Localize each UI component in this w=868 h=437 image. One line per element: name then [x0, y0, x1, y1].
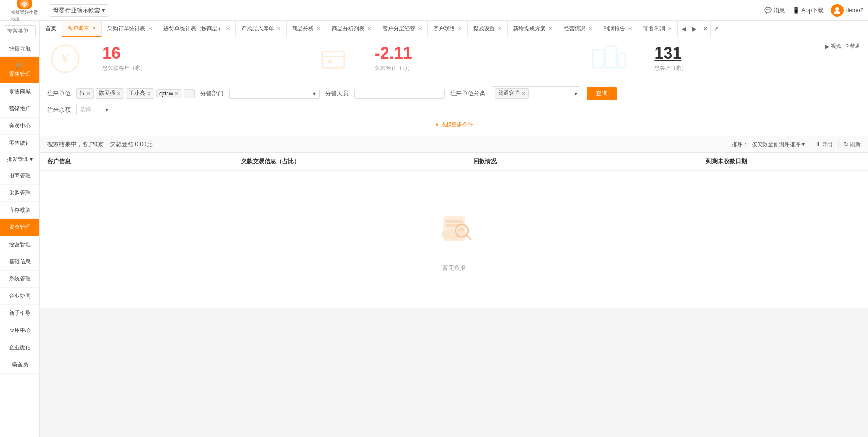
remove-unit-type-tag[interactable]: ✕ — [521, 90, 526, 97]
new-commission-label: 新增提成方案 — [513, 25, 546, 33]
remove-cjttcw-tag[interactable]: ✕ — [174, 90, 179, 97]
tab-maximize[interactable]: ⤢ — [710, 21, 721, 37]
refresh-icon: ↻ — [844, 141, 849, 147]
user-menu[interactable]: demo2 — [831, 4, 863, 17]
unit-type-select[interactable]: 普通客户 ✕ ▾ — [491, 86, 581, 100]
person-more-btn[interactable]: ... — [362, 90, 366, 97]
sidebar-item-vip[interactable]: 畅会员 — [0, 356, 39, 374]
empty-icon — [434, 207, 475, 256]
help-buttons: ▶ 视频 ? 帮助 — [825, 43, 861, 50]
sidebar-item-collab[interactable]: 企业协同 — [0, 288, 39, 305]
sort-select[interactable]: 按欠款金额倒序排序 ▾ — [752, 141, 805, 148]
amount-select[interactable]: 选择... ▾ — [76, 104, 112, 115]
sidebar-item-retail[interactable]: 🛒 零售管理 — [0, 57, 39, 83]
tab-customer-layer[interactable]: 客户分层经营 ✕ — [377, 21, 428, 37]
logo-area[interactable]: 畅捷通好生意 标版 — [5, 0, 44, 20]
result-info: 搜索结果中，客户0家 欠款金额 0.00元 — [47, 140, 732, 148]
tab-close-new-commission[interactable]: ✕ — [548, 26, 552, 32]
inventory-label: 库存核算 — [9, 206, 31, 214]
tab-new-commission[interactable]: 新增提成方案 ✕ — [508, 21, 558, 37]
tab-profit-report[interactable]: 利润报告 ✕ — [598, 21, 638, 37]
filter-tags: 伍 ✕ 陈民强 ✕ 王小亮 ✕ — [76, 88, 195, 99]
tab-goods-list[interactable]: 商品分析列表 ✕ — [326, 21, 377, 37]
tab-close-customer-layer[interactable]: ✕ — [418, 26, 422, 32]
tab-commission-settings[interactable]: 提成设置 ✕ — [468, 21, 508, 37]
export-button[interactable]: ⬆ 导出 — [816, 141, 833, 148]
tab-close-goods-list[interactable]: ✕ — [367, 26, 371, 32]
tab-customer-contact[interactable]: 客户联络 ✕ — [428, 21, 468, 37]
doc-icon: ? — [845, 43, 849, 50]
tab-scroll-right[interactable]: ▶ — [689, 21, 700, 37]
col-header-repay: 回款情况 — [473, 157, 705, 166]
apps-label: 应用中心 — [9, 327, 31, 334]
tab-goods-analysis[interactable]: 商品分析 ✕ — [287, 21, 326, 37]
account-selector[interactable]: 母婴行业演示帐套 ▾ — [49, 4, 109, 17]
tab-customer-ledger[interactable]: 客户账本 ✕ — [62, 21, 102, 37]
tab-operation[interactable]: 经营情况 ✕ — [558, 21, 598, 37]
sidebar-item-system[interactable]: 系统管理 — [0, 271, 39, 288]
sidebar-item-wechat[interactable]: 企业微信 — [0, 339, 39, 356]
sidebar-item-retail-stats[interactable]: 零售统计 — [0, 135, 39, 152]
customer-contact-label: 客户联络 — [433, 25, 455, 33]
sidebar-item-wholesale[interactable]: 批发管理 ▾ — [0, 152, 39, 167]
sidebar-item-ecommerce[interactable]: 电商管理 — [0, 167, 39, 185]
tab-close-customer-ledger[interactable]: ✕ — [92, 25, 96, 31]
divider2 — [838, 140, 839, 149]
col-header-debt: 欠款交易信息（占比） — [241, 157, 473, 166]
tab-close-commission-settings[interactable]: ✕ — [498, 26, 502, 32]
tab-close-goods-analysis[interactable]: ✕ — [317, 26, 321, 32]
tab-close-operation[interactable]: ✕ — [588, 26, 592, 32]
dept-select[interactable]: ▾ — [229, 89, 320, 99]
marketing-label: 营销推广 — [9, 105, 31, 113]
person-filter-label: 分管人员 — [325, 90, 349, 98]
filter-tag-wu: 伍 ✕ — [76, 88, 94, 99]
search-input[interactable] — [4, 25, 36, 36]
dept-dropdown-icon: ▾ — [313, 90, 316, 97]
system-label: 系统管理 — [9, 275, 31, 283]
sidebar-item-guide[interactable]: 新手引导 — [0, 305, 39, 322]
filter-tag-chen: 陈民强 ✕ — [96, 88, 124, 99]
sidebar-item-inventory[interactable]: 库存核算 — [0, 202, 39, 219]
stats-bar: ¥ 16 总欠款客户（家） — [40, 37, 868, 81]
sidebar-item-operation[interactable]: 经营管理 — [0, 236, 39, 253]
tab-product-inbound[interactable]: 产成品入库单 ✕ — [236, 21, 287, 37]
tab-close-product-inbound[interactable]: ✕ — [277, 26, 281, 32]
tab-retail-profit[interactable]: 零售利润 ✕ — [638, 21, 678, 37]
sidebar-item-purchase[interactable]: 采购管理 — [0, 185, 39, 202]
person-select[interactable]: ... — [354, 89, 445, 99]
collapse-button[interactable]: ∧ 收起更多条件 — [430, 119, 479, 130]
tab-close-retail-profit[interactable]: ✕ — [668, 26, 672, 32]
tab-close-all[interactable]: ✕ — [700, 21, 710, 37]
remove-chen-tag[interactable]: ✕ — [116, 90, 121, 97]
sidebar-item-marketing[interactable]: 营销推广 — [0, 100, 39, 118]
remove-wang-tag[interactable]: ✕ — [147, 90, 151, 97]
tab-close-customer-contact[interactable]: ✕ — [458, 26, 462, 32]
tab-scroll-left[interactable]: ◀ — [678, 21, 689, 37]
query-button[interactable]: 查询 — [587, 87, 617, 100]
doc-help-btn[interactable]: ? 帮助 — [845, 43, 861, 50]
message-btn[interactable]: 💬 消息 — [764, 6, 785, 14]
sidebar-item-member[interactable]: 会员中心 — [0, 118, 39, 135]
svg-rect-6 — [328, 60, 332, 63]
unit-type-label: 往来单位分类 — [450, 90, 485, 98]
sidebar-item-basic[interactable]: 基础信息 — [0, 253, 39, 271]
refresh-button[interactable]: ↻ 刷新 — [844, 141, 861, 148]
tab-inventory-stats[interactable]: 进货单统计表（按商品） ✕ — [158, 21, 236, 37]
filter-tag-more[interactable]: ... — [184, 89, 195, 98]
tab-home[interactable]: 首页 — [40, 21, 62, 37]
tab-close-purchase-order[interactable]: ✕ — [148, 26, 152, 32]
sidebar-item-finance[interactable]: 资金管理 — [0, 219, 39, 236]
result-actions: 排序： 按欠款金额倒序排序 ▾ ⬆ 导出 ↻ 刷 — [732, 140, 861, 149]
tab-close-profit-report[interactable]: ✕ — [628, 26, 632, 32]
sidebar-item-apps[interactable]: 应用中心 — [0, 322, 39, 339]
remove-wu-tag[interactable]: ✕ — [86, 90, 91, 97]
sidebar-item-retail-mall[interactable]: 零售商城 — [0, 83, 39, 100]
sidebar-item-quick-nav[interactable]: 快捷导航 — [0, 41, 39, 57]
tab-purchase-order[interactable]: 采购订单统计表 ✕ — [102, 21, 158, 37]
tab-close-inventory-stats[interactable]: ✕ — [226, 26, 230, 32]
basic-label: 基础信息 — [9, 258, 31, 266]
retail-stats-label: 零售统计 — [9, 139, 31, 147]
video-help-btn[interactable]: ▶ 视频 — [825, 43, 842, 50]
app-download-btn[interactable]: 📱 App下载 — [792, 6, 824, 14]
filter-tag-wang: 王小亮 ✕ — [126, 88, 154, 99]
